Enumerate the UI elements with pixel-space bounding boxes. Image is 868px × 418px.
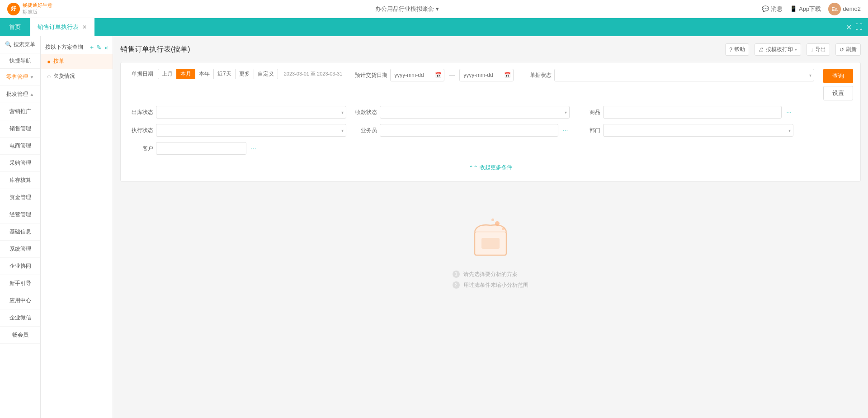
logo-icon: 好 — [7, 3, 20, 15]
date-tab-this-year[interactable]: 本年 — [195, 69, 214, 79]
print-dropdown-icon: ▾ — [795, 47, 797, 52]
help-btn[interactable]: ? 帮助 — [725, 43, 749, 56]
tab-sales-exec-label: 销售订单执行表 — [38, 23, 79, 31]
order-status-select[interactable] — [554, 69, 814, 81]
sidebar-item-inventory[interactable]: 库存核算 — [0, 172, 40, 189]
exec-status-select[interactable] — [156, 124, 346, 137]
empty-step-2: 2 用过滤条件来缩小分析范围 — [453, 280, 528, 290]
product-input[interactable] — [603, 106, 782, 119]
sidebar-item-sales-mgmt[interactable]: 销售管理 — [0, 120, 40, 138]
sidebar-item-ecommerce[interactable]: 电商管理 — [0, 138, 40, 155]
sidebar-item-member-label: 畅会员 — [12, 331, 28, 339]
date-tab-this-month[interactable]: 本月 — [176, 69, 195, 79]
customer-dots-icon[interactable]: ··· — [249, 145, 258, 152]
sidebar-item-newbie[interactable]: 新手引导 — [0, 275, 40, 292]
product-cell: 商品 ··· — [575, 106, 793, 119]
delivery-status-wrapper: ▾ — [156, 106, 346, 119]
export-btn[interactable]: ↓ 导出 — [807, 43, 830, 56]
customer-input[interactable] — [156, 142, 246, 155]
app-download-btn[interactable]: 📱 App下载 — [790, 5, 821, 13]
sidebar-search[interactable]: 🔍 搜索菜单 — [0, 36, 40, 53]
print-icon: 🖨 — [759, 47, 764, 53]
query-btn[interactable]: 查询 — [823, 69, 853, 83]
sidebar-item-purchase[interactable]: 采购管理 — [0, 155, 40, 172]
salesperson-label: 业务员 — [352, 127, 377, 134]
cal-start-icon: 📅 — [435, 72, 442, 78]
payment-status-select[interactable] — [380, 106, 570, 119]
date-tab-last-7[interactable]: 近7天 — [213, 69, 236, 79]
app-tag: 标准版 — [23, 9, 52, 15]
salesperson-dots-icon[interactable]: ··· — [561, 127, 570, 134]
left-panel: 按以下方案查询 + ✎ « ● 按单 ○ 欠货情况 — [41, 36, 113, 418]
collapse-chevron-up-icon: ⌃⌃ — [469, 165, 478, 171]
refresh-btn[interactable]: ↺ 刷新 — [835, 43, 861, 56]
date-tab-more[interactable]: 更多 — [235, 69, 254, 79]
scheme-item-按单-label: 按单 — [53, 57, 64, 65]
sidebar-item-system[interactable]: 系统管理 — [0, 241, 40, 258]
sidebar-item-retail-arrow: ▼ — [30, 75, 34, 80]
left-panel-actions: + ✎ « — [90, 44, 108, 51]
scheme-item-按单[interactable]: ● 按单 — [41, 54, 113, 69]
sidebar-item-app-center[interactable]: 应用中心 — [0, 292, 40, 309]
empty-state: 1 请先选择要分析的方案 2 用过滤条件来缩小分析范围 — [120, 187, 861, 318]
sidebar-item-app-center-label: 应用中心 — [9, 297, 31, 304]
tab-close-icon[interactable]: ✕ — [82, 24, 87, 30]
sidebar-item-member[interactable]: 畅会员 — [0, 327, 40, 344]
sidebar-item-sales-mgmt-label: 销售管理 — [9, 125, 31, 133]
nav-tabs: 首页 销售订单执行表 ✕ ✕ ⛶ — [0, 18, 868, 36]
sidebar-item-ecommerce-label: 电商管理 — [9, 142, 31, 150]
customer-label: 客户 — [128, 145, 153, 152]
customer-cell: 客户 ··· — [128, 142, 258, 155]
delivery-status-label: 出库状态 — [128, 109, 153, 116]
print-template-label: 按模板打印 — [766, 46, 793, 53]
print-template-btn[interactable]: 🖨 按模板打印 ▾ — [755, 43, 801, 56]
collapse-btn[interactable]: ⌃⌃ 收起更多条件 — [128, 160, 853, 175]
sidebar-item-operations-label: 经营管理 — [9, 211, 31, 218]
nav-title-area[interactable]: 办公用品行业模拟账套 ▾ — [375, 5, 439, 13]
sidebar-item-purchase-label: 采购管理 — [9, 159, 31, 167]
date-tab-last-month[interactable]: 上月 — [158, 69, 177, 79]
exec-status-wrapper: ▾ — [156, 124, 346, 137]
delivery-status-select[interactable] — [156, 106, 346, 119]
product-label: 商品 — [575, 109, 600, 116]
department-select[interactable] — [603, 124, 793, 137]
empty-step-1: 1 请先选择要分析的方案 — [453, 269, 528, 280]
edit-scheme-btn[interactable]: ✎ — [96, 44, 102, 51]
settings-btn[interactable]: 设置 — [823, 86, 853, 100]
date-tabs: 上月 本月 本年 近7天 更多 自定义 — [158, 69, 278, 79]
sidebar-item-marketing[interactable]: 营销推广 — [0, 103, 40, 120]
sidebar-item-wholesale[interactable]: 批发管理 ▲ — [0, 86, 40, 103]
scheme-item-欠货情况[interactable]: ○ 欠货情况 — [41, 69, 113, 84]
sidebar-item-finance[interactable]: 资金管理 — [0, 189, 40, 206]
tab-sales-exec[interactable]: 销售订单执行表 ✕ — [30, 18, 94, 36]
user-area[interactable]: Ea demo2 — [828, 3, 861, 15]
add-scheme-btn[interactable]: + — [90, 44, 94, 51]
product-dots-icon[interactable]: ··· — [784, 109, 793, 116]
payment-status-cell: 收款状态 ▾ — [352, 106, 570, 119]
payment-status-label: 收款状态 — [352, 109, 377, 116]
step-2-text: 用过滤条件来缩小分析范围 — [463, 280, 528, 290]
nav-maximize-icon[interactable]: ⛶ — [855, 23, 863, 31]
message-btn[interactable]: 💬 消息 — [762, 5, 783, 13]
sidebar-item-operations[interactable]: 经营管理 — [0, 206, 40, 223]
sidebar-item-weixin[interactable]: 企业微信 — [0, 309, 40, 327]
empty-steps: 1 请先选择要分析的方案 2 用过滤条件来缩小分析范围 — [453, 269, 528, 290]
page-actions: ? 帮助 🖨 按模板打印 ▾ ↓ 导出 ↺ 刷新 — [725, 43, 861, 56]
sidebar-quick-nav[interactable]: 快捷导航 — [0, 53, 40, 69]
top-bar-left: 好 畅捷通好生意 标准版 — [7, 2, 52, 15]
expected-date-end-wrapper: 📅 — [459, 69, 514, 81]
nav-minimize-icon[interactable]: ✕ — [846, 23, 852, 32]
sidebar-item-enterprise[interactable]: 企业协同 — [0, 258, 40, 275]
date-tab-custom[interactable]: 自定义 — [254, 69, 278, 79]
refresh-icon: ↺ — [840, 47, 844, 53]
sidebar-item-retail[interactable]: 零售管理 ▼ — [0, 69, 40, 86]
top-bar-right: 💬 消息 📱 App下载 Ea demo2 — [762, 3, 861, 15]
tab-home[interactable]: 首页 — [0, 18, 30, 36]
sidebar-item-wholesale-label: 批发管理 — [6, 90, 28, 98]
department-label: 部门 — [575, 127, 600, 134]
order-status-label: 单据状态 — [526, 71, 552, 79]
sidebar-item-basic[interactable]: 基础信息 — [0, 223, 40, 241]
payment-status-wrapper: ▾ — [380, 106, 570, 119]
salesperson-input[interactable] — [380, 124, 558, 137]
collapse-panel-btn[interactable]: « — [104, 44, 108, 51]
